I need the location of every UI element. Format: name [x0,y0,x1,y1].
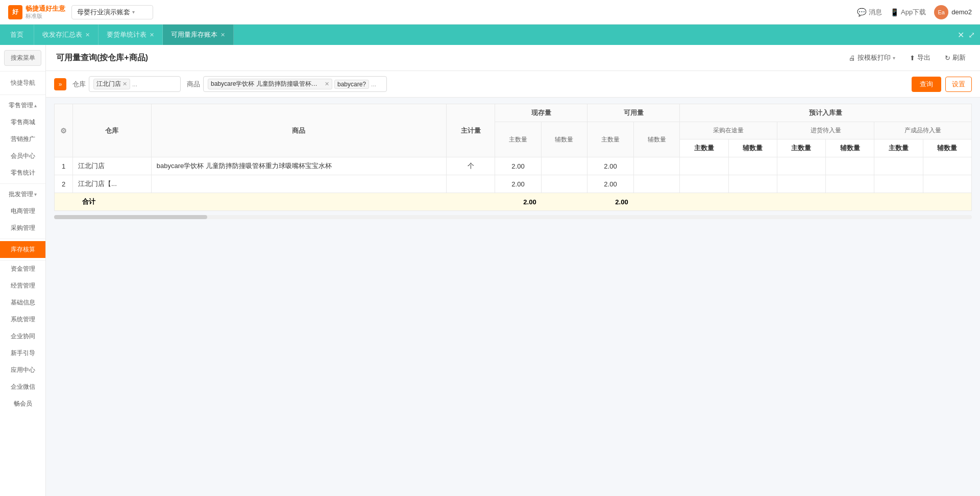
row-warehouse: 江北门店【... [73,175,152,193]
tab-home[interactable]: 首页 [0,25,34,45]
close-icon[interactable]: ✕ [85,32,90,38]
product-input[interactable]: babycare学饮杯 儿童防摔防撞吸管杯重力球吸嘴杯宝宝水杯 ✕ babyca… [203,76,387,92]
search-menu-button[interactable]: 搜索菜单 [4,50,41,66]
sidebar-item-marketing[interactable]: 营销推广 [0,131,45,148]
export-button[interactable]: ⬆ 导出 [905,51,935,64]
logo-icon: 好 [8,5,22,19]
row-stock-aux [541,175,587,193]
row-avail-main: 2.00 [587,175,634,193]
nav-tabs: 首页 收发存汇总表 ✕ 要货单统计表 ✕ 可用量库存账本 ✕ ✕ ⤢ [0,25,980,45]
row-unit [446,175,495,193]
industry-select[interactable]: 母婴行业演示账套 ▾ [71,5,153,19]
more-icon[interactable]: ... [132,81,137,88]
col-product-header: 商品 [151,104,446,157]
table-row: 2 江北门店【... 2.00 2.00 [55,175,972,193]
sidebar-item-app-center[interactable]: 应用中心 [0,362,45,379]
expand-filter-button[interactable]: » [54,78,66,90]
message-icon: 💬 [857,8,867,17]
sidebar-section-retail: 零售管理 ▴ 零售商城 营销推广 会员中心 零售统计 [0,95,45,184]
sidebar-item-member[interactable]: 会员中心 [0,148,45,164]
col-incoming-aux: 辅数量 [826,139,874,157]
message-button[interactable]: 💬 消息 [857,8,882,17]
page-header: 可用量查询(按仓库+商品) 🖨 按模板打印 ▾ ⬆ 导出 ↻ 刷新 [46,45,980,71]
scrollbar-track[interactable] [54,215,972,219]
sidebar-item-member2[interactable]: 畅会员 [0,395,45,412]
refresh-button[interactable]: ↻ 刷新 [941,51,970,64]
quick-nav-item[interactable]: 快捷导航 [0,76,45,90]
sidebar-item-basic[interactable]: 基础信息 [0,294,45,311]
sidebar-item-retail-stats[interactable]: 零售统计 [0,164,45,181]
remove-tag-icon[interactable]: ✕ [325,81,329,87]
sidebar-item-ops[interactable]: 经营管理 [0,277,45,294]
sidebar-section-wholesale: 批发管理 ▾ 电商管理 采购管理 [0,184,45,239]
col-purchase-main: 主数量 [680,139,728,157]
row-incoming-aux [826,157,874,175]
col-available-header: 可用量 [587,104,680,122]
tab-available[interactable]: 可用量库存账本 ✕ [163,25,234,45]
more-products-icon[interactable]: ... [371,81,376,88]
top-bar-right: 💬 消息 📱 App下载 Ea demo2 [857,5,972,19]
row-stock-main: 2.00 [495,157,542,175]
expand-icon[interactable]: ⤢ [968,30,975,40]
sidebar-item-purchase[interactable]: 采购管理 [0,220,45,237]
row-avail-main: 2.00 [587,157,634,175]
sidebar-item-inventory[interactable]: 库存核算 [0,241,45,258]
col-product-aux: 辅数量 [923,139,971,157]
col-purchase-sub2-header: 进货待入量 [777,122,874,139]
gear-icon[interactable]: ⚙ [60,127,67,135]
chevron-down-icon: ▾ [893,55,895,61]
sidebar-item-enterprise[interactable]: 企业协同 [0,328,45,345]
close-icon[interactable]: ✕ [220,32,225,38]
export-icon: ⬆ [910,54,915,62]
warehouse-input[interactable]: 江北门店 ✕ ... [89,76,181,92]
product-tag-2: babycare? [334,80,369,89]
row-purchase-aux [728,175,777,193]
row-purchase-main [680,157,728,175]
sidebar-item-newbie[interactable]: 新手引导 [0,345,45,362]
col-purchase-aux: 辅数量 [728,139,777,157]
table-footer: 合计 2.00 2.00 [54,193,972,211]
print-button[interactable]: 🖨 按模板打印 ▾ [845,51,899,64]
row-stock-aux [541,157,587,175]
sidebar-item-wechat[interactable]: 企业微信 [0,379,45,395]
col-purchase-header: 预计入库量 [680,104,972,122]
footer-stock-main: 2.00 [507,198,553,206]
settings-button[interactable]: 设置 [945,77,972,92]
sidebar-item-finance[interactable]: 资金管理 [0,261,45,277]
chevron-down-icon: ▾ [34,192,37,197]
sidebar-item-wholesale-management[interactable]: 批发管理 ▾ [0,186,45,203]
sidebar-item-ecom[interactable]: 电商管理 [0,203,45,220]
sidebar-item-retail-management[interactable]: 零售管理 ▴ [0,97,45,114]
chevron-down-icon: ▾ [132,9,135,15]
sidebar-item-retail-mall[interactable]: 零售商城 [0,114,45,131]
tab-order[interactable]: 要货单统计表 ✕ [99,25,163,45]
row-product-aux [923,175,971,193]
sidebar: 搜索菜单 快捷导航 零售管理 ▴ 零售商城 营销推广 会员中心 零售统计 [0,45,46,496]
page-actions: 🖨 按模板打印 ▾ ⬆ 导出 ↻ 刷新 [845,51,970,64]
logo-text: 畅捷通好生意 标准版 [26,5,65,19]
row-purchase-aux [728,157,777,175]
tab-receive[interactable]: 收发存汇总表 ✕ [34,25,99,45]
close-window-icon[interactable]: ✕ [958,30,964,40]
col-stock-main: 主数量 [495,122,542,157]
table-container: ⚙ 仓库 商品 主计量 现存量 可用量 预计入库量 主数量 辅数量 主数量 辅数… [46,98,980,496]
row-avail-aux [633,157,680,175]
row-product-aux [923,157,971,175]
col-product-main: 主数量 [874,139,923,157]
query-button[interactable]: 查询 [912,77,941,92]
col-purchase-sub3-header: 产成品待入量 [874,122,972,139]
remove-tag-icon[interactable]: ✕ [122,81,127,87]
row-stock-main: 2.00 [495,175,542,193]
avatar: Ea [934,5,948,19]
col-stock-header: 现存量 [495,104,587,122]
app-download-button[interactable]: 📱 App下载 [890,8,926,17]
filter-actions: 查询 设置 [912,77,972,92]
row-warehouse: 江北门店 [73,157,152,175]
refresh-icon: ↻ [945,54,950,62]
close-icon[interactable]: ✕ [150,32,154,38]
row-product-main [874,175,923,193]
sidebar-item-system[interactable]: 系统管理 [0,311,45,328]
scrollbar-thumb[interactable] [54,215,207,219]
user-area[interactable]: Ea demo2 [934,5,972,19]
warehouse-filter: 仓库 江北门店 ✕ ... [72,76,181,92]
